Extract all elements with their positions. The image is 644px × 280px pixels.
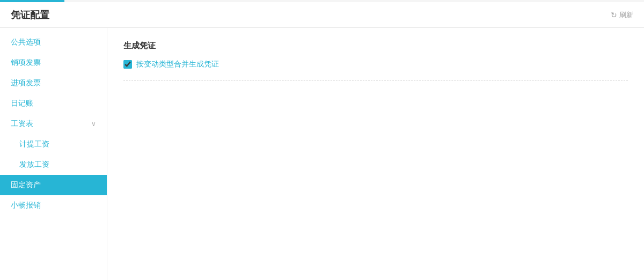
- main-layout: 公共选项 销项发票 进项发票 日记账 工资表 ∨ 计提工资 发放工资: [0, 28, 644, 280]
- content-area: 生成凭证 按变动类型合并生成凭证: [107, 28, 644, 280]
- sidebar-item-label: 发放工资: [19, 160, 49, 170]
- sidebar-item-label: 日记账: [11, 99, 33, 108]
- sidebar-item-fixed-assets[interactable]: 固定资产: [0, 175, 107, 195]
- page-header: 凭证配置 ↻ 刷新: [0, 2, 644, 28]
- sidebar-item-label: 工资表: [11, 119, 33, 129]
- sidebar-item-label: 固定资产: [11, 180, 41, 190]
- sidebar-item-label: 公共选项: [11, 38, 41, 47]
- merge-checkbox-label[interactable]: 按变动类型合并生成凭证: [136, 60, 219, 69]
- page-title: 凭证配置: [11, 9, 49, 21]
- sidebar-item-label: 计提工资: [19, 139, 49, 149]
- sidebar-item-public[interactable]: 公共选项: [0, 32, 107, 53]
- merge-checkbox[interactable]: [123, 60, 132, 69]
- refresh-label: 刷新: [619, 10, 633, 20]
- sidebar-item-distribute[interactable]: 发放工资: [0, 154, 107, 175]
- top-bar: [0, 0, 644, 2]
- sidebar-item-label: 进项发票: [11, 78, 41, 88]
- sidebar-item-label: 小畅报销: [11, 201, 41, 210]
- refresh-button[interactable]: ↻ 刷新: [611, 10, 633, 20]
- sidebar-item-payroll[interactable]: 工资表 ∨: [0, 114, 107, 134]
- sidebar-item-purchase-invoice[interactable]: 进项发票: [0, 73, 107, 93]
- sidebar: 公共选项 销项发票 进项发票 日记账 工资表 ∨ 计提工资 发放工资: [0, 28, 107, 280]
- page-container: 凭证配置 ↻ 刷新 公共选项 销项发票 进项发票 日记账 工资表 ∨: [0, 0, 644, 280]
- chevron-down-icon: ∨: [91, 120, 96, 128]
- section-title: 生成凭证: [123, 41, 628, 51]
- refresh-icon: ↻: [611, 11, 617, 19]
- top-bar-active: [0, 0, 64, 2]
- sidebar-item-label: 销项发票: [11, 58, 41, 68]
- sidebar-item-accrual[interactable]: 计提工资: [0, 134, 107, 154]
- sidebar-item-sales-invoice[interactable]: 销项发票: [0, 53, 107, 73]
- sidebar-item-journal[interactable]: 日记账: [0, 93, 107, 114]
- sidebar-item-expense[interactable]: 小畅报销: [0, 195, 107, 216]
- section-divider: [123, 80, 628, 80]
- checkbox-row: 按变动类型合并生成凭证: [123, 60, 628, 69]
